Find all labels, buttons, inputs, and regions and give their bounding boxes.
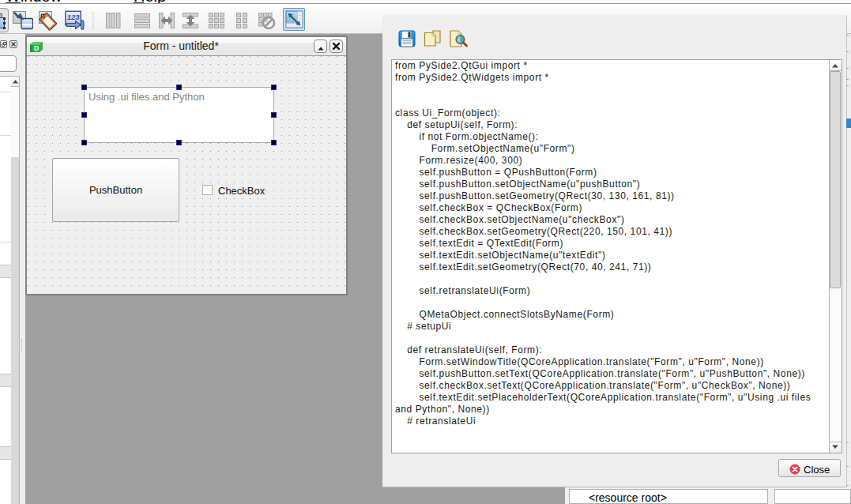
svg-text:123: 123 bbox=[67, 13, 81, 21]
